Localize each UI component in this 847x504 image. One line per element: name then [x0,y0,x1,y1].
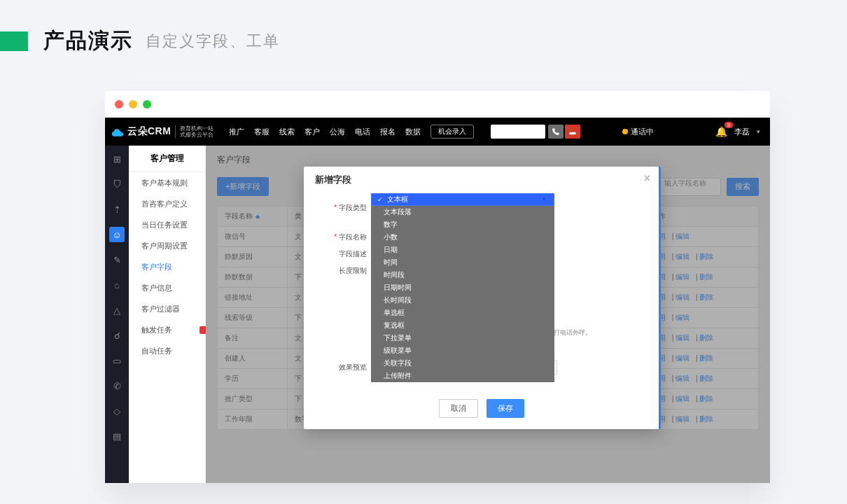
nav-item[interactable]: 客户 [304,127,320,137]
main-panel: 客户字段 +新增字段 输入字段名称 搜索 字段名称◆ 类 来 创 修 [206,146,770,483]
rail-card-icon[interactable]: ▤ [109,428,125,444]
rail-warning-icon[interactable]: △ [109,302,125,318]
accent-block [0,31,28,51]
top-bar: 云朵CRM 教育机构一站式服务云平台 推广 客服 线索 客户 公海 电话 报名 … [105,118,770,146]
sidebar-item[interactable]: 自动任务 [129,340,205,361]
nav-item[interactable]: 公海 [330,127,345,137]
cancel-button[interactable]: 取消 [439,399,478,418]
nav-item[interactable]: 报名 [380,127,396,137]
nav-item[interactable]: 线索 [279,127,295,137]
dropdown-option[interactable]: 上传附件 [371,370,554,382]
user-name[interactable]: 李磊 [734,127,750,137]
nav-item[interactable]: 电话 [355,127,370,137]
call-status-text: 通话中 [631,127,654,137]
nav-item[interactable]: 推广 [229,127,244,137]
label-name: 字段名称 [325,232,375,242]
page-title: 产品演示 [43,27,133,55]
record-button[interactable]: 机会录入 [430,125,474,139]
sidebar-item[interactable]: 客户信息 [129,277,205,298]
call-hangup-button[interactable] [565,125,580,139]
rail-search-icon[interactable]: ☌ [109,328,125,343]
notification-bell-icon[interactable]: 🔔3 [715,126,727,137]
dropdown-option[interactable]: 文本段落 [371,206,554,218]
brand-sub: 教育机构一站式服务云平台 [175,125,214,138]
dropdown-option[interactable]: 小数 [371,231,554,244]
status-indicator [622,129,628,134]
sidebar-item-active[interactable]: 客户字段 [129,256,205,277]
close-icon[interactable]: × [644,172,650,185]
rail-user-icon[interactable]: ☺ [109,227,125,242]
rail-home-icon[interactable]: ⌂ [109,277,125,293]
nav-item[interactable]: 客服 [254,127,270,137]
dropdown-option[interactable]: 长时间段 [371,294,554,307]
page-subtitle: 自定义字段、工单 [146,31,280,52]
sidebar-item[interactable]: 客户基本规则 [129,172,205,193]
add-field-modal: 新增字段 × 字段类型 字段名称 字段描述 长度限制 客户备用电话 说明：如果设… [304,167,661,429]
check-icon: ✓ [377,196,383,203]
dropdown-option[interactable]: 日期时间 [371,281,554,294]
mac-titlebar [105,91,770,118]
dropdown-option[interactable]: 关联字段 [371,357,554,370]
top-nav: 推广 客服 线索 客户 公海 电话 报名 数据 [229,127,421,137]
rail-note-icon[interactable]: ▭ [109,353,125,368]
label-desc: 字段描述 [325,249,375,259]
rail-chart-icon[interactable]: ⇡ [109,202,125,217]
dropdown-option[interactable]: 复选框 [371,319,554,332]
chevron-down-icon[interactable]: ▾ [757,128,760,135]
sub-nav: 客户管理 客户基本规则 首咨客户定义 当日任务设置 客户周期设置 客户字段 客户… [129,146,206,483]
call-answer-button[interactable] [548,125,564,139]
window-min-dot[interactable] [129,100,137,108]
dropdown-option[interactable]: 级联菜单 [371,344,554,357]
dropdown-option[interactable]: 下拉菜单 [371,332,554,344]
sidebar-item[interactable]: 首咨客户定义 [129,193,205,214]
window-close-dot[interactable] [115,100,123,108]
label-limit: 长度限制 [325,266,375,276]
label-preview: 效果预览 [325,363,375,372]
rail-tag-icon[interactable]: ◇ [109,403,125,419]
nav-item[interactable]: 数据 [405,127,421,137]
selected-option: 文本框 [387,195,408,204]
sidebar-item[interactable]: 触发任务 [129,319,205,340]
dropdown-option[interactable]: 时间段 [371,269,554,281]
dropdown-option[interactable]: 时间 [371,256,554,269]
sub-nav-header: 客户管理 [129,146,205,172]
window-max-dot[interactable] [143,100,151,108]
brand-name: 云朵CRM [127,125,171,138]
dropdown-option[interactable]: 日期 [371,244,554,256]
icon-rail: ⊞ ⛉ ⇡ ☺ ✎ ⌂ △ ☌ ▭ ✆ ◇ ▤ [105,146,129,483]
sidebar-item[interactable]: 当日任务设置 [129,214,205,235]
rail-phone-icon[interactable]: ✆ [109,378,125,393]
label-type: 字段类型 [325,203,375,213]
dropdown-option[interactable]: 单选框 [371,307,554,319]
modal-title: 新增字段 [315,174,351,185]
rail-shield-icon[interactable]: ⛉ [109,176,125,192]
field-type-dropdown[interactable]: ✓ 文本框 ▾ 文本段落数字小数日期时间时间段日期时间长时间段单选框复选框下拉菜… [371,193,554,382]
top-search-input[interactable] [491,125,545,139]
dropdown-arrow-icon[interactable]: ▾ [542,196,550,203]
brand-logo[interactable]: 云朵CRM 教育机构一站式服务云平台 [105,125,220,139]
rail-edit-icon[interactable]: ✎ [109,252,125,267]
sidebar-item[interactable]: 客户过滤器 [129,298,205,319]
sidebar-item[interactable]: 客户周期设置 [129,235,205,256]
page-header: 产品演示 自定义字段、工单 [0,0,847,75]
save-button[interactable]: 保存 [486,399,524,418]
dropdown-option[interactable]: 数字 [371,218,554,231]
app-window: 云朵CRM 教育机构一站式服务云平台 推广 客服 线索 客户 公海 电话 报名 … [105,91,770,483]
rail-dashboard-icon[interactable]: ⊞ [109,151,125,167]
notification-badge: 3 [724,122,733,128]
